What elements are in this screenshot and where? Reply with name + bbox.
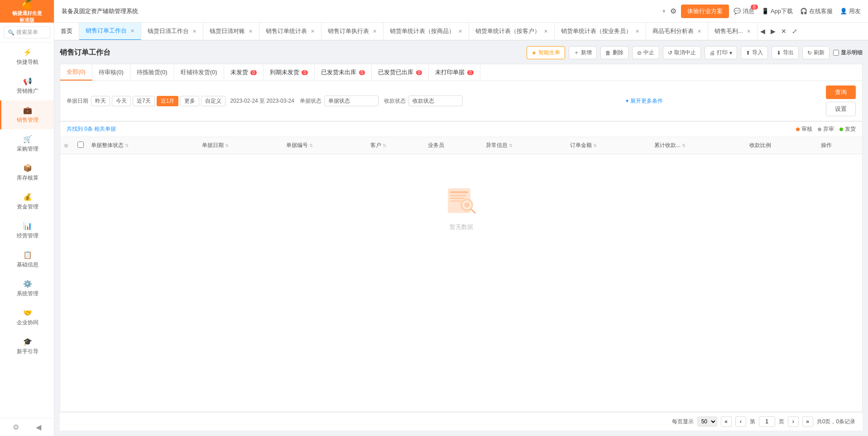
sort-amount-icon[interactable]: ⇅ [593, 143, 597, 148]
tab-sales-summary-customer[interactable]: 销货单统计表（按客户） ✕ [469, 23, 555, 40]
sidebar-item-guide[interactable]: 🎓 新手引导 [0, 332, 54, 361]
pause-button[interactable]: ⊘ 中止 [632, 46, 659, 59]
date-7days-btn[interactable]: 近7天 [133, 96, 155, 106]
print-button[interactable]: 🖨 打印 ▾ [705, 46, 737, 59]
online-service-item[interactable]: 🎧 在线客服 [800, 7, 833, 15]
add-button[interactable]: ＋ 新增 [569, 46, 597, 59]
sidebar-collapse-button[interactable]: ◀ [36, 423, 41, 431]
sidebar-item-label: 采购管理 [17, 145, 38, 153]
message-icon-container[interactable]: 💬 6 消息 [734, 7, 754, 15]
tab-cash-reconcile-close[interactable]: ✕ [249, 28, 253, 34]
tab-daily-clear-close[interactable]: ✕ [192, 28, 197, 34]
tab-cash-reconcile[interactable]: 钱货日清对账 ✕ [203, 23, 259, 40]
sort-customer-icon[interactable]: ⇅ [383, 143, 386, 148]
sidebar-item-quick-nav[interactable]: ⚡ 快捷导航 [0, 43, 54, 71]
tab-home[interactable]: 首页 [54, 23, 79, 40]
topbar-settings-button[interactable]: ⚙ [670, 7, 676, 15]
sub-tab-pending-review[interactable]: 待审核(0) [92, 65, 130, 80]
expand-filter-button[interactable]: ▾ 展开更多条件 [622, 95, 667, 107]
tab-gross-margin-close[interactable]: ✕ [697, 28, 701, 34]
sub-tab-wangpu[interactable]: 旺铺待发货(0) [174, 65, 224, 80]
per-page-select[interactable]: 50 [697, 417, 717, 427]
tab-close-all-button[interactable]: ✕ [778, 28, 789, 35]
pagination-bar: 每页显示 50 « ‹ 第 页 › » 共0页，0条记录 [60, 412, 863, 431]
ship-action-btn[interactable]: 发货 [839, 125, 856, 133]
tab-sales-summary-staff[interactable]: 销货单统计表（按业务员） ✕ [555, 23, 646, 40]
tab-sales-workbench-close[interactable]: ✕ [130, 28, 134, 34]
query-button[interactable]: 查询 [826, 85, 856, 99]
app-download-item[interactable]: 📱 App下载 [762, 7, 793, 15]
sidebar-item-marketing[interactable]: 📢 营销推广 [0, 71, 54, 100]
sub-tab-not-printed[interactable]: 未打印单据 0 [429, 65, 480, 80]
tab-fullscreen-button[interactable]: ⤢ [789, 28, 800, 35]
export-button[interactable]: ⬇ 导出 [772, 46, 799, 59]
reject-action-btn[interactable]: 弃审 [818, 125, 834, 133]
tab-sales-summary-staff-close[interactable]: ✕ [635, 28, 639, 34]
date-more-btn[interactable]: 更多 [180, 96, 199, 106]
column-settings-icon[interactable]: ⊕ [64, 142, 68, 149]
page-number-input[interactable] [759, 416, 775, 427]
tab-sales-exec[interactable]: 销售订单执行表 ✕ [321, 23, 384, 40]
tab-sales-summary-product-close[interactable]: ✕ [458, 28, 462, 34]
sort-anomaly-icon[interactable]: ⇅ [509, 143, 513, 148]
page-next-button[interactable]: › [788, 416, 799, 427]
sidebar-item-basic-info[interactable]: 📋 基础信息 [0, 245, 54, 274]
date-1month-btn[interactable]: 近1月 [157, 96, 179, 106]
set-button[interactable]: 设置 [826, 102, 856, 116]
sidebar-item-cooperation[interactable]: 🤝 企业协同 [0, 303, 54, 332]
date-today-btn[interactable]: 今天 [112, 96, 131, 106]
sidebar-search-button[interactable]: 🔍 搜索菜单 [4, 26, 50, 38]
user-item[interactable]: 👤 用友 [840, 7, 861, 15]
refresh-button[interactable]: ↻ 刷新 [802, 46, 830, 59]
tab-sales-stats[interactable]: 销售订单统计表 ✕ [259, 23, 321, 40]
tab-sales-summary-product[interactable]: 销货单统计表（按商品） ✕ [384, 23, 469, 40]
sidebar-item-purchase[interactable]: 🛒 采购管理 [0, 129, 54, 158]
tab-sales-exec-close[interactable]: ✕ [373, 28, 377, 34]
show-detail-label[interactable]: 显示明细 [833, 49, 863, 57]
tab-next-button[interactable]: ▶ [768, 28, 778, 35]
sub-tab-not-shipped[interactable]: 未发货 0 [224, 65, 264, 80]
sub-tab-shipped-not-out[interactable]: 已发货未出库 0 [315, 65, 372, 80]
sub-tab-pending-inspect[interactable]: 待拣验货(0) [130, 65, 174, 80]
tab-prev-button[interactable]: ◀ [758, 28, 768, 35]
date-custom-btn[interactable]: 自定义 [201, 96, 225, 106]
sort-status-icon[interactable]: ⇅ [125, 143, 129, 148]
sidebar-item-inventory[interactable]: 📦 库存核算 [0, 158, 54, 187]
tab-daily-clear[interactable]: 钱货日清工作台 ✕ [141, 23, 203, 40]
page-last-button[interactable]: » [802, 416, 813, 427]
tab-sales-stats-close[interactable]: ✕ [311, 28, 315, 34]
import-button[interactable]: ⬆ 导入 [741, 46, 768, 59]
sort-received-icon[interactable]: ⇅ [682, 143, 686, 148]
per-page-label: 每页显示 [672, 418, 694, 426]
tab-sales-more-close[interactable]: ✕ [747, 28, 751, 34]
status-filter-select[interactable]: 单据状态 [324, 95, 379, 106]
page-first-button[interactable]: « [721, 416, 732, 427]
sub-tab-overdue[interactable]: 到期未发货 0 [264, 65, 315, 80]
date-yesterday-btn[interactable]: 昨天 [91, 96, 110, 106]
tab-sales-workbench[interactable]: 销售订单工作台 ✕ [79, 23, 141, 40]
sub-tab-shipped-out[interactable]: 已发货已出库 0 [372, 65, 429, 80]
sidebar-item-system[interactable]: ⚙️ 系统管理 [0, 274, 54, 303]
sidebar-settings-button[interactable]: ⚙ [13, 423, 19, 431]
show-detail-checkbox[interactable] [833, 50, 839, 56]
industry-solution-button[interactable]: 体验行业方案 [681, 5, 729, 18]
page-prev-button[interactable]: ‹ [735, 416, 746, 427]
quick-nav-icon: ⚡ [23, 48, 32, 57]
tab-sales-more[interactable]: 销售毛利... ✕ [708, 23, 758, 40]
tab-gross-margin[interactable]: 商品毛利分析表 ✕ [646, 23, 708, 40]
sort-number-icon[interactable]: ⇅ [309, 143, 313, 148]
tab-sales-summary-customer-close[interactable]: ✕ [544, 28, 548, 34]
review-action-btn[interactable]: 审核 [796, 125, 812, 133]
sort-date-icon[interactable]: ⇅ [225, 143, 229, 148]
select-all-checkbox[interactable] [77, 142, 84, 148]
sidebar-item-sales[interactable]: 💼 销售管理 [0, 100, 54, 129]
topbar-dropdown-icon[interactable]: ▾ [662, 8, 666, 14]
payment-filter-select[interactable]: 收款状态 [408, 95, 463, 106]
smart-create-button[interactable]: ★ 智能生单 [527, 46, 565, 59]
sidebar-item-finance[interactable]: 💰 资金管理 [0, 187, 54, 216]
sub-tab-all[interactable]: 全部(0) [60, 64, 92, 81]
delete-button[interactable]: 🗑 删除 [600, 46, 628, 59]
cancel-pause-button[interactable]: ↺ 取消中止 [663, 46, 701, 59]
sidebar-item-label: 快捷导航 [17, 58, 38, 66]
sidebar-item-operations[interactable]: 📊 经营管理 [0, 216, 54, 245]
